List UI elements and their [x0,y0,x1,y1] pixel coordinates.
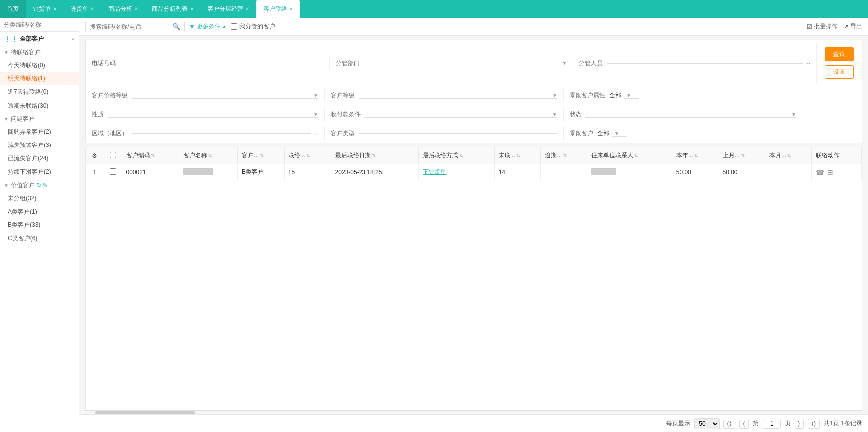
th-this-month[interactable]: 本月... ⇅ [765,147,812,164]
query-button[interactable]: 查询 [825,47,854,61]
sidebar-item-churned[interactable]: 已流失客户(24) [0,152,79,165]
value-refresh-icon[interactable]: ↻ [37,182,42,189]
filter-select-price-tier[interactable]: ▼ [132,93,318,99]
filter-cell-region: 区域（地区） ··· [86,127,325,140]
filter-dots-region[interactable]: ··· [313,130,318,137]
close-purchase-icon[interactable]: ✕ [90,6,94,12]
th-last-contact-method[interactable]: 最后联络方式 ⇅ [419,147,494,164]
sidebar-item-a-class[interactable]: A类客户(1) [0,205,79,218]
nav-goods-analysis-list[interactable]: 商品分析列表 ✕ [145,0,201,18]
nav-goods-analysis[interactable]: 商品分析 ✕ [101,0,145,18]
toolbar-search-icon[interactable]: 🔍 [172,23,180,30]
toolbar-search-input[interactable] [90,23,172,30]
th-unlinked-days[interactable]: 未联... ⇅ [494,147,541,164]
chevron-down-icon-7: ▼ [791,112,796,117]
th-customer-name[interactable]: 客户名称 ⇅ [179,147,237,164]
nav-sales[interactable]: 销货单 ✕ [26,0,64,18]
batch-op-button[interactable]: ☑ 批量操作 [807,22,838,31]
th-contact-person[interactable]: 往来单位联系人 ⇅ [587,147,672,164]
sidebar-item-declining[interactable]: 持续下滑客户(2) [0,165,79,179]
chevron-down-icon-6: ▼ [552,112,557,117]
td-checkbox [104,164,122,180]
filter-label-customer-type: 客户类型 [331,129,355,138]
close-customer-contact-icon[interactable]: ✕ [289,6,293,12]
group-value-customers[interactable]: ▼ 价值客户 ↻ ✎ [0,179,79,192]
th-this-year[interactable]: 本年... ⇅ [672,147,719,164]
sidebar-item-churn-warning[interactable]: 流失预警客户(3) [0,139,79,152]
nav-customer-contact[interactable]: 客户联络 ✕ [256,0,300,18]
td-this-year: 50.00 [672,164,719,180]
filter-label-scattered: 零散客户 [570,129,593,138]
all-customers-header[interactable]: ⋮⋮ 全部客户 « [0,32,79,46]
filter-cell-nature: 性质 ▼ [86,108,325,121]
filter-select-payment[interactable]: ▼ [364,112,557,118]
sidebar-item-b-class[interactable]: B类客户(33) [0,218,79,232]
sidebar-item-ungrouped[interactable]: 未分组(32) [0,192,79,205]
toolbar-right: ☑ 批量操作 ↗ 导出 [807,22,862,31]
th-last-contact-date[interactable]: 最后联络日期 ⇅ [331,147,419,164]
filter-select-customer-type[interactable] [359,133,557,134]
export-button[interactable]: ↗ 导出 [844,22,862,31]
next-page-button[interactable]: ⟩ [795,419,804,429]
prev-page-button[interactable]: ⟨ [739,419,749,429]
th-customer-code[interactable]: 客户编码 ⇅ [122,147,179,164]
filter-more-button[interactable]: ▼ 更多条件 ▲ [189,22,227,31]
sidebar-search-input[interactable] [4,21,78,28]
first-page-button[interactable]: ⟨⟨ [723,419,735,429]
sort-last-month-icon: ⇅ [741,153,745,158]
th-last-month[interactable]: 上月... ⇅ [719,147,765,164]
th-customer-type[interactable]: 客户... ⇅ [238,147,285,164]
filter-select-nature[interactable]: ▼ [108,112,318,118]
close-sales-icon[interactable]: ✕ [53,6,57,12]
select-all-checkbox[interactable] [110,152,116,158]
filter-select-scattered-attr[interactable]: ▼ [624,93,639,99]
filter-label-region: 区域（地区） [92,129,128,138]
nav-home[interactable]: 首页 [0,0,26,18]
sidebar-item-repurchase-abnormal[interactable]: 回购异常客户(2) [0,125,79,139]
sidebar-item-7days-contact[interactable]: 近7天待联络(0) [0,85,79,99]
filter-select-scattered[interactable]: ▼ [612,131,627,137]
settings-icon[interactable]: ⚙ [92,152,97,159]
close-customer-tier-icon[interactable]: ✕ [245,6,249,12]
sort-code-icon: ⇅ [151,153,155,158]
filter-input-phone[interactable] [120,59,323,68]
sidebar-item-c-class[interactable]: C类客户(6) [0,232,79,245]
row-checkbox[interactable] [110,168,116,175]
last-page-button[interactable]: ⟩⟩ [808,419,820,429]
reset-button[interactable]: 设置 [825,65,854,79]
page-number-input[interactable] [763,419,781,429]
sidebar-item-tomorrow-contact[interactable]: 明天待联络(1) [0,72,79,85]
sidebar-item-overdue-contact[interactable]: 逾期未联络(30) [0,99,79,113]
my-customers-checkbox[interactable] [231,23,237,30]
page-size-select[interactable]: 50 100 200 [694,418,720,429]
close-goods-analysis-icon[interactable]: ✕ [134,6,138,12]
chevron-down-icon-4: ▼ [626,93,631,98]
filter-select-person[interactable] [607,63,803,64]
all-customers-collapse-icon[interactable]: « [72,36,75,42]
contact-action-icon-1[interactable]: ☎ [816,168,824,176]
filter-select-status[interactable]: ▼ [585,112,796,118]
td-last-contact-method: 下销货单 [419,164,494,180]
td-last-month: 50.00 [719,164,765,180]
value-edit-icon[interactable]: ✎ [43,182,48,189]
close-goods-analysis-list-icon[interactable]: ✕ [190,6,194,12]
nav-purchase[interactable]: 进货单 ✕ [64,0,101,18]
th-settings[interactable]: ⚙ [86,147,104,164]
filter-cell-status: 状态 ▼ [564,108,802,121]
sidebar-item-today-contact[interactable]: 今天待联络(0) [0,59,79,72]
filter-select-region[interactable] [132,133,311,134]
filter-select-dept[interactable]: ▼ [363,60,567,66]
th-overdue[interactable]: 逾期... ⇅ [541,147,587,164]
filter-dots-person[interactable]: ··· [805,60,810,67]
contact-action-icon-2[interactable]: ⊞ [827,168,833,176]
td-unlinked-days: 14 [494,164,541,180]
nav-customer-tier[interactable]: 客户分层经营 ✕ [201,0,256,18]
contact-person-blur [591,168,616,175]
my-customers-checkbox-label[interactable]: 我分管的客户 [231,22,275,31]
group-problem-customers[interactable]: ▼ 问题客户 [0,113,79,125]
td-last-contact-date: 2023-05-23 18:25: [331,164,419,180]
th-contacts[interactable]: 联络... ⇅ [284,147,331,164]
horizontal-scrollbar[interactable] [85,410,862,414]
filter-select-customer-tier[interactable]: ▼ [359,93,557,99]
group-pending-contact[interactable]: ▼ 待联络客户 [0,46,79,59]
